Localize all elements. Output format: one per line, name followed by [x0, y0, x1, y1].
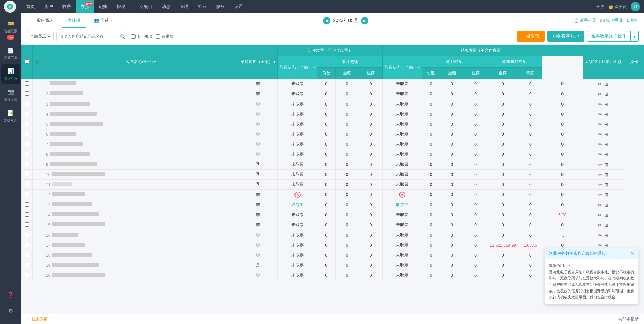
nav-manage[interactable]: 管理 — [175, 0, 193, 13]
copy-icon[interactable]: ⊞ — [604, 132, 608, 137]
row-checkbox[interactable] — [25, 81, 29, 86]
search-button[interactable]: 🔍 — [117, 31, 128, 41]
manual-btn[interactable]: 📖 操作手册 — [600, 18, 622, 23]
edit-icon[interactable]: ✏ — [598, 91, 602, 97]
copy-icon[interactable]: ⊞ — [604, 182, 608, 187]
edit-icon[interactable]: ✏ — [598, 212, 602, 218]
table-settings-icon[interactable]: ⚙ — [36, 59, 40, 65]
select-all-checkbox[interactable] — [25, 59, 29, 64]
row-checkbox[interactable] — [25, 212, 29, 217]
copy-icon[interactable]: ⊞ — [604, 192, 608, 197]
download-statement-label[interactable]: 名下账套 — [131, 34, 153, 39]
row-checkbox[interactable] — [25, 182, 29, 186]
nav-fee[interactable]: 收费 — [58, 0, 76, 13]
digital-tax-action-btn[interactable]: 税务数字账户操作 — [587, 31, 631, 42]
row-checkbox[interactable] — [25, 192, 29, 196]
input-status-filter-icon[interactable]: ▾ — [313, 66, 315, 69]
row-checkbox[interactable] — [25, 162, 29, 166]
edit-icon[interactable]: ✏ — [598, 132, 602, 137]
edit-icon[interactable]: ✏ — [598, 243, 602, 248]
edit-icon[interactable]: ✏ — [598, 102, 602, 107]
nav-business[interactable]: 工商项目 — [130, 0, 157, 13]
nav-message[interactable]: 消息 — [157, 0, 175, 13]
sidebar-item-smart-invoice[interactable]: 🎫 智能取票 new — [1, 17, 20, 42]
one-click-invoice-btn[interactable]: 一键取票 — [517, 31, 545, 42]
has-tax-disk-checkbox[interactable] — [156, 34, 160, 39]
copy-icon[interactable]: ⊞ — [604, 172, 608, 177]
output-status-filter-icon[interactable]: ▾ — [418, 66, 420, 69]
row-checkbox[interactable] — [25, 102, 29, 106]
tab-general-taxpayer[interactable]: 一般纳税人 — [27, 13, 59, 28]
edit-icon[interactable]: ✏ — [598, 202, 602, 208]
digital-tax-action-dropdown-btn[interactable]: ▾ — [631, 31, 639, 42]
row-checkbox[interactable] — [25, 112, 29, 116]
copy-icon[interactable]: ⊞ — [604, 162, 608, 167]
nav-home[interactable]: 首页 — [21, 0, 40, 13]
copy-icon[interactable]: ⊞ — [604, 81, 608, 87]
row-checkbox[interactable] — [25, 172, 29, 176]
edit-icon[interactable]: ✏ — [598, 142, 602, 147]
download-statement-checkbox[interactable] — [131, 34, 136, 39]
has-tax-disk-label[interactable]: 有税盘 — [156, 34, 173, 39]
nav-service[interactable]: 服务 — [211, 0, 229, 13]
new-guide-btn[interactable]: 📋 新手引导 — [574, 18, 596, 23]
nav-settings[interactable]: 设置 — [229, 0, 248, 13]
edit-icon[interactable]: ✏ — [598, 162, 602, 167]
row-checkbox[interactable] — [25, 152, 29, 156]
row-checkbox[interactable] — [25, 273, 29, 277]
edit-icon[interactable]: ✏ — [598, 152, 602, 157]
copy-icon[interactable]: ⊞ — [604, 233, 608, 238]
row-checkbox[interactable] — [25, 253, 29, 257]
copy-icon[interactable]: ⊞ — [604, 142, 608, 147]
sidebar-item-help[interactable]: ❓ — [1, 288, 20, 301]
row-checkbox[interactable] — [25, 243, 29, 247]
staff-select[interactable]: 全部员工 — [27, 31, 54, 41]
nav-customer[interactable]: 客户 — [40, 0, 58, 13]
nav-operation[interactable]: 经营 — [193, 0, 211, 13]
row-checkbox[interactable] — [25, 263, 29, 267]
user-avatar[interactable]: U — [631, 2, 640, 11]
tab-small-scale[interactable]: 小规模 — [62, 13, 86, 28]
edit-icon[interactable]: ✏ — [598, 192, 602, 197]
tax-policy-link[interactable]: ⚠ 税务政策 — [27, 316, 48, 322]
edit-icon[interactable]: ✏ — [598, 81, 602, 87]
row-checkbox[interactable] — [25, 142, 29, 146]
row-checkbox[interactable] — [25, 222, 29, 227]
sidebar-item-settings[interactable]: ⚙ — [1, 304, 20, 317]
digital-tax-btn[interactable]: 税务数字账户 — [547, 31, 584, 42]
copy-icon[interactable]: ⊞ — [604, 112, 608, 117]
customer-filter-icon[interactable]: ▾ — [154, 60, 156, 64]
edit-icon[interactable]: ✏ — [598, 233, 602, 238]
edit-icon[interactable]: ✏ — [598, 122, 602, 127]
copy-icon[interactable]: ⊞ — [604, 212, 608, 218]
fullscreen-btn[interactable]: ⛶ 全屏 — [591, 4, 604, 10]
edit-icon[interactable]: ✏ — [598, 182, 602, 187]
copy-icon[interactable]: ⊞ — [604, 243, 608, 248]
row-checkbox[interactable] — [25, 202, 29, 207]
nav-invoice[interactable]: 票据 new — [76, 0, 94, 13]
sidebar-item-scan-upload[interactable]: 📷 扫描上传 — [1, 85, 20, 105]
edit-icon[interactable]: ✏ — [598, 112, 602, 117]
row-checkbox[interactable] — [25, 132, 29, 136]
row-checkbox[interactable] — [25, 91, 29, 96]
copy-icon[interactable]: ⊞ — [604, 102, 608, 107]
member-btn[interactable]: 👑 购会员 — [608, 4, 627, 10]
sidebar-item-invoice-entry[interactable]: 📝 票据录入 — [1, 106, 20, 125]
prev-month-btn[interactable]: ◀ — [323, 17, 330, 24]
copy-icon[interactable]: ⊞ — [604, 122, 608, 127]
copy-icon[interactable]: ⊞ — [604, 152, 608, 157]
copy-icon[interactable]: ⊞ — [604, 202, 608, 208]
notification-close-btn[interactable]: ✕ — [630, 251, 634, 256]
copy-icon[interactable]: ⊞ — [604, 91, 608, 97]
row-checkbox[interactable] — [25, 122, 29, 126]
period-filter-icon[interactable]: ▾ — [274, 60, 275, 64]
next-month-btn[interactable]: ▶ — [361, 17, 368, 24]
tab-all[interactable]: 👥 全能 ▾ — [89, 13, 117, 28]
copy-icon[interactable]: ⊞ — [604, 222, 608, 228]
row-checkbox[interactable] — [25, 233, 29, 237]
sidebar-item-invoice-open[interactable]: 📄 发票开具 — [1, 44, 20, 63]
nav-accounting[interactable]: 记账 — [94, 0, 112, 13]
sidebar-item-invoice-summary[interactable]: 📊 票据汇总 — [1, 64, 20, 84]
refresh-btn[interactable]: ↻ 刷新 — [626, 18, 639, 23]
edit-icon[interactable]: ✏ — [598, 222, 602, 228]
